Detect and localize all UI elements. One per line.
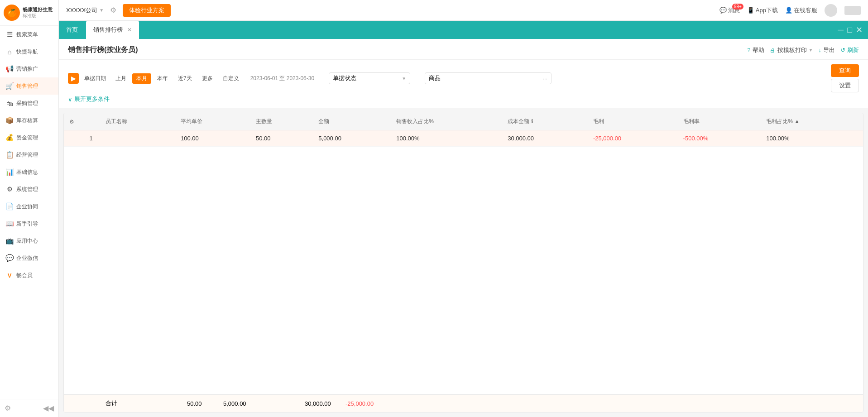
online-service-button[interactable]: 👤 在线客服 bbox=[785, 6, 817, 14]
basic-info-icon: 📊 bbox=[5, 168, 14, 176]
sidebar-item-enterprise[interactable]: 📄 企业协同 bbox=[0, 198, 58, 215]
operations-icon: 📋 bbox=[5, 151, 14, 159]
date-btn-prev-month[interactable]: 上月 bbox=[111, 73, 130, 84]
sidebar-item-app-center[interactable]: 📺 应用中心 bbox=[0, 232, 58, 249]
date-filter-label: 单据日期 bbox=[84, 75, 106, 82]
logo-text-area: 畅康通好生意 标准版 bbox=[23, 6, 53, 19]
col-employee-name: 员工名称 bbox=[100, 113, 175, 130]
sidebar-item-newbie[interactable]: 📖 新手引导 bbox=[0, 215, 58, 232]
filter-toggle-btn[interactable]: ▶ bbox=[68, 73, 79, 84]
page-actions: ? 帮助 🖨 按模板打印 ▼ ↓ 导出 ↺ 刷新 bbox=[747, 46, 859, 54]
sidebar-item-label: 系统管理 bbox=[16, 186, 38, 193]
sidebar-item-marketing[interactable]: 📢 营销推广 bbox=[0, 60, 58, 77]
export-button[interactable]: ↓ 导出 bbox=[819, 46, 835, 54]
trial-button[interactable]: 体验行业方案 bbox=[123, 4, 171, 17]
refresh-button[interactable]: ↺ 刷新 bbox=[840, 46, 859, 54]
sidebar-item-label: 企业微信 bbox=[16, 254, 38, 262]
sidebar-item-operations[interactable]: 📋 经营管理 bbox=[0, 146, 58, 163]
sidebar-item-quick-nav[interactable]: ⌂ 快捷导航 bbox=[0, 43, 58, 60]
message-badge: 99+ bbox=[732, 4, 743, 10]
col-cost: 成本全额 ℹ bbox=[502, 113, 588, 130]
status-label: 单据状态 bbox=[333, 74, 356, 82]
topbar-right: 💬 消息 99+ 📱 App下载 👤 在线客服 bbox=[719, 4, 861, 17]
date-btn-more[interactable]: 更多 bbox=[198, 73, 217, 84]
message-icon: 💬 bbox=[719, 7, 727, 14]
sidebar-item-label: 营销推广 bbox=[16, 65, 38, 73]
download-label: App下载 bbox=[756, 6, 778, 14]
sidebar-item-sales[interactable]: 🛒 销售管理 bbox=[0, 77, 58, 95]
col-settings[interactable]: ⚙ bbox=[64, 113, 82, 130]
date-btn-7days[interactable]: 近7天 bbox=[174, 73, 196, 84]
status-filter[interactable]: 单据状态 ▼ bbox=[329, 72, 410, 84]
sidebar-item-label: 搜索菜单 bbox=[16, 31, 38, 38]
filter-row-1: ▶ 单据日期 上月 本月 本年 近7天 更多 自定义 2023-06-01 至 … bbox=[68, 64, 859, 92]
sidebar-bottom: ⚙ ◀◀ bbox=[0, 399, 58, 417]
goods-more-icon[interactable]: ··· bbox=[542, 75, 547, 82]
date-btn-custom[interactable]: 自定义 bbox=[219, 73, 243, 84]
date-btn-year[interactable]: 本年 bbox=[153, 73, 172, 84]
export-icon: ↓ bbox=[819, 47, 822, 53]
topbar-settings-icon[interactable]: ⚙ bbox=[110, 6, 116, 14]
col-rank bbox=[82, 113, 100, 130]
cell-avg-price: 100.00 bbox=[175, 130, 250, 147]
sidebar-item-inventory[interactable]: 📦 库存核算 bbox=[0, 112, 58, 129]
filter-action-btns: 查询 设置 bbox=[831, 64, 859, 92]
topbar: XXXXX公司 ▼ ⚙ 体验行业方案 💬 消息 99+ 📱 App下载 👤 在线… bbox=[59, 0, 868, 21]
sidebar-item-basic-info[interactable]: 📊 基础信息 bbox=[0, 163, 58, 181]
query-button[interactable]: 查询 bbox=[831, 64, 859, 77]
goods-filter[interactable]: 商品 ··· bbox=[425, 72, 551, 84]
maximize-icon[interactable]: □ bbox=[847, 25, 852, 35]
table-footer: 合计 50.00 5,000.00 30,000.00 -25,000.00 bbox=[64, 394, 863, 412]
company-dropdown-icon: ▼ bbox=[99, 8, 104, 13]
app-download-button[interactable]: 📱 App下载 bbox=[747, 6, 778, 14]
print-button[interactable]: 🖨 按模板打印 ▼ bbox=[770, 46, 813, 54]
sidebar-collapse-btn[interactable]: ◀◀ bbox=[43, 404, 54, 412]
cell-rank: 1 bbox=[82, 130, 100, 147]
tab-sales-ranking[interactable]: 销售排行榜 ✕ bbox=[86, 21, 139, 39]
sidebar-item-finance[interactable]: 💰 资金管理 bbox=[0, 129, 58, 146]
tab-home[interactable]: 首页 bbox=[59, 21, 85, 39]
cell-sales-pct: 100.00% bbox=[391, 130, 502, 147]
home-icon: ⌂ bbox=[5, 48, 14, 56]
newbie-icon: 📖 bbox=[5, 220, 14, 228]
table-row[interactable]: 1 100.00 50.00 5,000.00 100.00% 30,000.0… bbox=[64, 130, 863, 147]
date-btn-current-month[interactable]: 本月 bbox=[132, 73, 151, 84]
sidebar-item-wechat[interactable]: 💬 企业微信 bbox=[0, 249, 58, 267]
tab-close-icon[interactable]: ✕ bbox=[127, 27, 132, 33]
sidebar-item-label: 应用中心 bbox=[16, 237, 38, 245]
cell-row-settings bbox=[64, 130, 82, 147]
sidebar-item-system[interactable]: ⚙ 系统管理 bbox=[0, 181, 58, 198]
logo-area: 🍊 畅康通好生意 标准版 bbox=[0, 0, 58, 26]
sidebar-item-label: 新手引导 bbox=[16, 220, 38, 228]
cell-amount: 5,000.00 bbox=[313, 130, 391, 147]
filter-area: ▶ 单据日期 上月 本月 本年 近7天 更多 自定义 2023-06-01 至 … bbox=[59, 60, 868, 108]
sidebar-item-label: 销售管理 bbox=[16, 82, 38, 90]
date-buttons: 上月 本月 本年 近7天 更多 自定义 bbox=[111, 73, 243, 84]
search-menu-icon: ☰ bbox=[5, 30, 14, 38]
message-button[interactable]: 💬 消息 99+ bbox=[719, 6, 740, 14]
sidebar-item-label: 畅会员 bbox=[16, 272, 33, 279]
filter-settings-button[interactable]: 设置 bbox=[831, 79, 859, 92]
company-selector[interactable]: XXXXX公司 ▼ bbox=[66, 6, 104, 14]
sidebar-item-membership[interactable]: V 畅会员 bbox=[0, 267, 58, 284]
wechat-icon: 💬 bbox=[5, 254, 14, 262]
user-name-placeholder bbox=[844, 6, 861, 15]
expand-more-btn[interactable]: ∨ 展开更多条件 bbox=[68, 95, 859, 103]
sidebar-item-purchase[interactable]: 🛍 采购管理 bbox=[0, 95, 58, 112]
data-table-container: ⚙ 员工名称 平均单价 主数量 全额 销售收入占比% 成本全额 ℹ 毛利 毛利率… bbox=[63, 113, 863, 412]
sidebar-nav: ☰ 搜索菜单 ⌂ 快捷导航 📢 营销推广 🛒 销售管理 🛍 采购管理 📦 库存核… bbox=[0, 26, 58, 399]
logo-title: 畅康通好生意 bbox=[23, 6, 53, 13]
status-arrow-icon: ▼ bbox=[402, 76, 406, 81]
help-button[interactable]: ? 帮助 bbox=[747, 46, 764, 54]
app-center-icon: 📺 bbox=[5, 237, 14, 245]
close-window-icon[interactable]: ✕ bbox=[856, 25, 863, 35]
sidebar-item-label: 资金管理 bbox=[16, 134, 38, 142]
cell-gross-rate: -500.00% bbox=[678, 130, 761, 147]
home-tab-label: 首页 bbox=[66, 26, 78, 34]
company-name: XXXXX公司 bbox=[66, 6, 97, 14]
sidebar-settings-btn[interactable]: ⚙ bbox=[5, 404, 11, 412]
sidebar-item-search-menu[interactable]: ☰ 搜索菜单 bbox=[0, 26, 58, 43]
minimize-icon[interactable]: ─ bbox=[838, 25, 844, 35]
user-avatar[interactable] bbox=[825, 4, 837, 17]
footer-cost: 30,000.00 bbox=[305, 400, 345, 407]
